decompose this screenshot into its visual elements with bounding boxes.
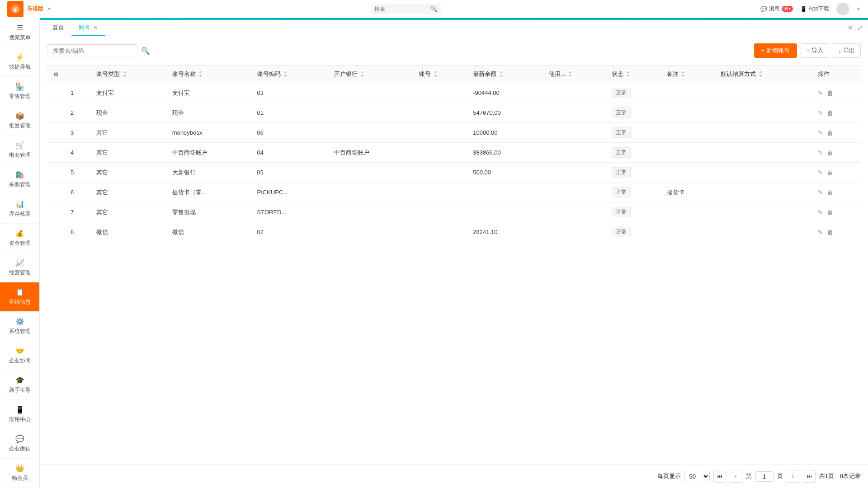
user-avatar[interactable] xyxy=(836,3,849,15)
col-account[interactable]: 账号 ▲▼ xyxy=(414,66,467,83)
delete-icon[interactable]: 🗑 xyxy=(827,89,833,97)
col-name[interactable]: 账号名称 ▲▼ xyxy=(167,66,252,83)
edit-icon[interactable]: ✎ xyxy=(818,209,823,216)
sidebar-item-ecommerce-mgmt[interactable]: 🛒 电商管理 xyxy=(0,136,39,165)
delete-icon[interactable]: 🗑 xyxy=(827,189,833,196)
col-name-sort: ▲▼ xyxy=(198,70,203,78)
sidebar-label-search-menu: 搜索菜单 xyxy=(9,34,31,41)
search-button[interactable]: 🔍 xyxy=(141,47,150,55)
sidebar-item-enterprise-wechat[interactable]: 💬 企业微信 xyxy=(0,429,39,459)
cell-num: 4 xyxy=(65,143,91,163)
cell-account xyxy=(414,183,467,202)
cell-bank xyxy=(329,222,414,242)
sidebar-item-system-mgmt[interactable]: ⚙️ 系统管理 xyxy=(0,312,39,341)
cell-settings-cell xyxy=(47,202,65,222)
page-input[interactable] xyxy=(755,471,774,482)
col-type[interactable]: 账号类型 ▲▼ xyxy=(91,66,166,83)
cell-type: 其它 xyxy=(91,183,166,202)
sidebar-item-finance-mgmt[interactable]: 💰 资金管理 xyxy=(0,224,39,253)
sidebar-item-inventory[interactable]: 📊 库存核算 xyxy=(0,194,39,224)
top-search-input[interactable] xyxy=(374,6,429,12)
search-input[interactable] xyxy=(47,44,137,57)
col-settings[interactable]: ⚙ xyxy=(47,66,65,83)
tab-expand-btn[interactable]: ⤢ xyxy=(857,23,863,32)
sidebar-item-search-menu[interactable]: ☰ 搜索菜单 xyxy=(0,18,39,47)
cell-actions: ✎ 🗑 xyxy=(812,202,861,222)
top-search-box[interactable]: 🔍 xyxy=(371,4,441,14)
inventory-icon: 📊 xyxy=(4,200,36,208)
edit-icon[interactable]: ✎ xyxy=(818,169,823,176)
export-button[interactable]: ↓ 导出 xyxy=(833,43,861,58)
sidebar-item-purchase-mgmt[interactable]: 🛍️ 采购管理 xyxy=(0,165,39,194)
delete-icon[interactable]: 🗑 xyxy=(827,209,833,216)
sidebar-item-wholesale-mgmt[interactable]: 📦 批发管理 xyxy=(0,106,39,136)
last-page-btn[interactable]: ⏭ xyxy=(803,470,816,483)
user-dropdown-icon[interactable]: ▼ xyxy=(856,6,861,11)
cell-status: 正常 xyxy=(606,123,661,143)
col-code[interactable]: 账号编码 ▲▼ xyxy=(252,66,329,83)
col-balance[interactable]: 最新余额 ▲▼ xyxy=(467,66,543,83)
cell-num: 2 xyxy=(65,103,91,123)
delete-icon[interactable]: 🗑 xyxy=(827,169,833,176)
total-info: 共1页，8条记录 xyxy=(819,472,861,480)
cell-name: 大新银行 xyxy=(167,163,252,183)
tab-actions: ✕ ⤢ xyxy=(847,23,863,32)
cell-name: 零售抵现 xyxy=(167,202,252,222)
cell-code: STORED... xyxy=(252,202,329,222)
cell-usage xyxy=(543,123,606,143)
cell-status: 正常 xyxy=(606,222,661,242)
messages-btn[interactable]: 💬 消息 99+ xyxy=(760,5,793,13)
sidebar-item-retail-mgmt[interactable]: 🏪 零售管理 xyxy=(0,77,39,106)
first-page-btn[interactable]: ⏮ xyxy=(713,470,726,483)
next-page-btn[interactable]: › xyxy=(787,470,799,483)
page-size-select[interactable]: 50 100 xyxy=(684,471,710,482)
sidebar-item-member[interactable]: 👑 畅会员 xyxy=(0,459,39,488)
cell-status: 正常 xyxy=(606,183,661,202)
col-status-label: 状态 xyxy=(612,70,623,78)
delete-icon[interactable]: 🗑 xyxy=(827,109,833,117)
sidebar-item-operations-mgmt[interactable]: 📈 经营管理 xyxy=(0,253,39,282)
sidebar-item-quick-nav[interactable]: ⚡ 快捷导航 xyxy=(0,47,39,77)
tab-home[interactable]: 首页 xyxy=(45,20,71,36)
cell-default_settlement xyxy=(715,222,812,242)
sidebar-item-app-center[interactable]: 📱 应用中心 xyxy=(0,400,39,429)
col-status[interactable]: 状态 ▲▼ xyxy=(606,66,661,83)
tab-accounts-close[interactable]: ✕ xyxy=(93,24,98,31)
sidebar-label-enterprise-protocol: 企业协同 xyxy=(9,357,31,364)
cell-num: 3 xyxy=(65,123,91,143)
edit-icon[interactable]: ✎ xyxy=(818,109,823,117)
edit-icon[interactable]: ✎ xyxy=(818,189,823,196)
cell-default_settlement xyxy=(715,83,812,103)
edit-icon[interactable]: ✎ xyxy=(818,129,823,136)
app-download-btn[interactable]: 📱 App下载 xyxy=(800,5,829,13)
prev-page-btn[interactable]: ‹ xyxy=(730,470,742,483)
delete-icon[interactable]: 🗑 xyxy=(827,229,833,236)
sidebar-item-basic-info[interactable]: 📋 基础信息 xyxy=(0,282,39,312)
import-button[interactable]: ↑ 导入 xyxy=(801,43,829,58)
sidebar-item-newbie-guide[interactable]: 🎓 新手引导 xyxy=(0,371,39,400)
main-panel: 🔍 + 新增账号 ↑ 导入 ↓ 导出 xyxy=(40,36,868,464)
purchase-mgmt-icon: 🛍️ xyxy=(4,170,36,179)
logo-dropdown-icon[interactable]: ▼ xyxy=(47,6,52,11)
cell-bank: 中百商场账户 xyxy=(329,143,414,163)
delete-icon[interactable]: 🗑 xyxy=(827,149,833,156)
edit-icon[interactable]: ✎ xyxy=(818,89,823,97)
add-account-button[interactable]: + 新增账号 xyxy=(754,43,797,58)
cell-code: 06 xyxy=(252,123,329,143)
col-bank[interactable]: 开户银行 ▲▼ xyxy=(329,66,414,83)
col-remark[interactable]: 备注 ▲▼ xyxy=(661,66,715,83)
action-icons: ✎ 🗑 xyxy=(818,209,855,216)
edit-icon[interactable]: ✎ xyxy=(818,149,823,156)
action-icons: ✎ 🗑 xyxy=(818,89,855,97)
tab-accounts[interactable]: 账号 ✕ xyxy=(71,20,105,36)
col-usage[interactable]: 使用... ▲▼ xyxy=(543,66,606,83)
sidebar-item-enterprise-protocol[interactable]: 🤝 企业协同 xyxy=(0,341,39,371)
delete-icon[interactable]: 🗑 xyxy=(827,129,833,136)
col-default-settlement[interactable]: 默认结算方式 ▲▼ xyxy=(715,66,812,83)
cell-bank xyxy=(329,202,414,222)
cell-actions: ✎ 🗑 xyxy=(812,103,861,123)
cell-name: 提货卡（零... xyxy=(167,183,252,202)
edit-icon[interactable]: ✎ xyxy=(818,229,823,236)
tab-close-btn[interactable]: ✕ xyxy=(847,23,853,32)
cell-balance xyxy=(467,183,543,202)
